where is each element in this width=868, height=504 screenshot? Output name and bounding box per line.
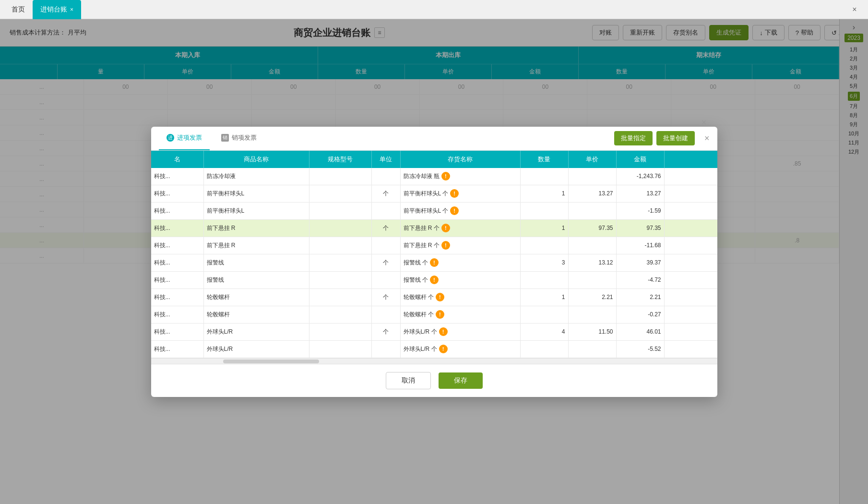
table-cell: 科技... [151,324,204,340]
window-close-button[interactable]: × [849,4,860,15]
warning-icon: ! [430,258,439,267]
modal-header-close-btn[interactable]: × [704,133,710,144]
table-cell [372,341,401,358]
modal-dialog: 进 进项发票 销 销项发票 批量指定 批量创建 × 名 商品名称 [151,127,717,397]
modal-close-button[interactable]: × [698,117,710,128]
table-cell: 科技... [151,168,204,185]
table-cell [569,272,617,288]
tab-ledger[interactable]: 进销台账 × [33,0,81,19]
th-name: 名 [151,151,204,168]
table-cell [569,306,617,323]
save-button[interactable]: 保存 [439,372,483,389]
table-cell: 39.37 [617,254,665,271]
modal-scrollbar[interactable] [151,358,717,364]
table-row[interactable]: 科技...前下悬挂 R个前下悬挂 R 个!197.3597.35 [151,220,717,237]
table-cell: 11.50 [569,324,617,340]
warning-icon: ! [441,241,450,250]
purchase-invoice-tab-icon: 进 [166,134,174,142]
modal-backdrop: × 进 进项发票 销 销项发票 批量指定 批量创建 × [0,19,868,504]
th-qty: 数量 [521,151,569,168]
table-cell: 外球头L/R 个! [401,324,521,340]
table-cell: 前平衡杆球头L [204,185,309,202]
table-row[interactable]: 科技...报警线报警线 个!-4.72 [151,272,717,289]
table-cell [309,289,372,306]
th-inventory: 存货名称 [401,151,521,168]
table-cell [309,324,372,340]
th-spec: 规格型号 [309,151,372,168]
modal-scrollbar-thumb[interactable] [223,360,319,363]
table-cell: 科技... [151,220,204,237]
table-cell: 报警线 [204,272,309,288]
table-cell [372,237,401,254]
table-cell [309,306,372,323]
table-cell: 个 [372,289,401,306]
table-cell: -4.72 [617,272,665,288]
modal-table-header: 名 商品名称 规格型号 单位 存货名称 数量 单价 金额 [151,151,717,168]
table-cell [372,168,401,185]
tab-home[interactable]: 首页 [4,0,33,19]
table-cell: 报警线 [204,254,309,271]
table-cell: 46.01 [617,324,665,340]
tab-sales-invoice[interactable]: 销 销项发票 [214,127,264,151]
table-cell: 报警线 个! [401,254,521,271]
table-cell: 3 [521,254,569,271]
table-cell: 轮毂螺杆 个! [401,306,521,323]
table-cell: -1.59 [617,203,665,219]
cancel-button[interactable]: 取消 [386,372,431,389]
th-amount: 金额 [617,151,665,168]
table-cell [309,341,372,358]
table-cell: 外球头L/R [204,341,309,358]
tab-purchase-invoice[interactable]: 进 进项发票 [159,127,210,151]
table-cell [569,341,617,358]
table-cell: -0.27 [617,306,665,323]
table-cell: 前平衡杆球头L 个! [401,185,521,202]
table-cell [521,306,569,323]
table-cell: -1,243.76 [617,168,665,185]
table-cell [569,203,617,219]
table-cell: 97.35 [617,220,665,237]
table-cell [309,185,372,202]
table-cell: 科技... [151,254,204,271]
table-cell: 科技... [151,203,204,219]
modal-table-body: 科技...防冻冷却液防冻冷却液 瓶!-1,243.76科技...前平衡杆球头L个… [151,168,717,358]
table-row[interactable]: 科技...前平衡杆球头L前平衡杆球头L 个!-1.59 [151,203,717,220]
table-row[interactable]: 科技...防冻冷却液防冻冷却液 瓶!-1,243.76 [151,168,717,185]
table-cell [309,254,372,271]
table-cell: 科技... [151,185,204,202]
table-cell [521,341,569,358]
warning-icon: ! [439,345,448,353]
table-cell: 轮毂螺杆 [204,289,309,306]
table-cell: 1 [521,289,569,306]
table-row[interactable]: 科技...轮毂螺杆个轮毂螺杆 个!12.212.21 [151,289,717,306]
tab-close-icon[interactable]: × [70,6,73,13]
table-cell [569,237,617,254]
table-cell [372,306,401,323]
table-cell: 13.27 [617,185,665,202]
table-cell: 前下悬挂 R 个! [401,220,521,237]
table-cell: 外球头L/R 个! [401,341,521,358]
table-cell: 13.27 [569,185,617,202]
table-row[interactable]: 科技...前平衡杆球头L个前平衡杆球头L 个!113.2713.27 [151,185,717,203]
table-cell: -11.68 [617,237,665,254]
table-row[interactable]: 科技...外球头L/R个外球头L/R 个!411.5046.01 [151,324,717,341]
table-cell [372,203,401,219]
table-row[interactable]: 科技...外球头L/R外球头L/R 个!-5.52 [151,341,717,358]
table-cell: 外球头L/R [204,324,309,340]
table-row[interactable]: 科技...轮毂螺杆轮毂螺杆 个!-0.27 [151,306,717,324]
table-cell [309,220,372,237]
table-cell: 科技... [151,237,204,254]
modal-header: 进 进项发票 销 销项发票 批量指定 批量创建 × [151,127,717,151]
table-row[interactable]: 科技...前下悬挂 R前下悬挂 R 个!-11.68 [151,237,717,254]
table-cell [309,168,372,185]
batch-assign-button[interactable]: 批量指定 [614,131,653,145]
th-unit: 单位 [372,151,401,168]
batch-create-button[interactable]: 批量创建 [656,131,695,145]
table-row[interactable]: 科技...报警线个报警线 个!313.1239.37 [151,254,717,272]
table-cell: 个 [372,324,401,340]
table-cell: 科技... [151,272,204,288]
table-cell [521,237,569,254]
table-cell: 防冻冷却液 瓶! [401,168,521,185]
table-cell: 个 [372,254,401,271]
table-cell [521,168,569,185]
warning-icon: ! [441,224,450,232]
